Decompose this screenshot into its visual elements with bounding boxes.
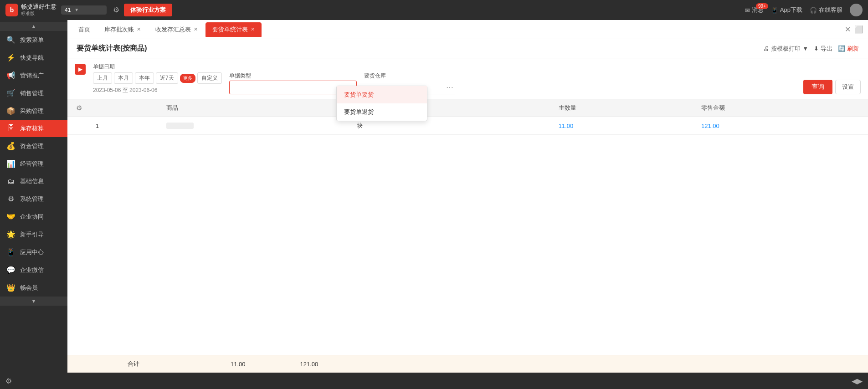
amount-link[interactable]: 121.00 — [701, 123, 719, 129]
sidebar-label-guide: 新手引导 — [20, 230, 44, 239]
col-qty: 主数量 — [553, 99, 696, 117]
sidebar-item-guide[interactable]: 🌟 新手引导 — [0, 225, 67, 243]
maximize-window-icon[interactable]: ⬜ — [854, 25, 863, 34]
store-name: 41 — [65, 7, 71, 13]
setup-btn[interactable]: 设置 — [835, 80, 861, 94]
date-btn-custom[interactable]: 自定义 — [197, 72, 222, 84]
sidebar-item-wechat[interactable]: 💬 企业微信 — [0, 261, 67, 279]
sidebar-item-operations[interactable]: 📊 经营管理 — [0, 155, 67, 173]
date-range-display: 2023-05-06 至 2023-06-06 — [93, 87, 222, 94]
sidebar-label-marketing: 营销推广 — [20, 72, 44, 80]
table-header-row: ⚙ 商品 主计量单位 主数量 零售金额 — [67, 99, 868, 117]
sidebar-item-enterprise[interactable]: 🤝 企业协同 — [0, 208, 67, 225]
store-selector[interactable]: 41 ▼ — [61, 5, 107, 15]
sidebar-item-system[interactable]: ⚙ 系统管理 — [0, 190, 67, 208]
app-download-btn[interactable]: 📱 App下载 — [771, 6, 802, 14]
close-window-icon[interactable]: ✕ — [845, 25, 851, 34]
app-name: 畅捷通好生意 — [21, 3, 56, 11]
col-product: 商品 — [161, 99, 351, 117]
footer-amount: 121.00 — [300, 361, 318, 368]
warehouse-filter-label: 要货仓库 — [364, 72, 455, 80]
online-service-btn[interactable]: 🎧 在线客服 — [810, 6, 842, 14]
type-dropdown: 要货单要货 要货单退货 — [336, 86, 427, 121]
date-btn-this-month[interactable]: 本月 — [114, 72, 133, 84]
bottom-collapse-icon[interactable]: ◀▶ — [852, 377, 863, 385]
search-icon: 🔍 — [6, 36, 15, 44]
header-settings-icon[interactable]: ⚙ — [113, 5, 119, 14]
refresh-btn[interactable]: 🔄 刷新 — [838, 45, 859, 53]
col-amount: 零售金额 — [696, 99, 868, 117]
dropdown-item-return[interactable]: 要货单退货 — [337, 103, 427, 121]
tab-home[interactable]: 首页 — [72, 22, 97, 37]
sidebar-label-app-center: 应用中心 — [20, 248, 44, 256]
query-btn[interactable]: 查询 — [803, 80, 832, 94]
tab-order-summary-label: 要货单统计表 — [212, 26, 248, 34]
sidebar-scroll-down[interactable]: ▼ — [0, 297, 67, 306]
sidebar-item-marketing[interactable]: 📢 营销推广 — [0, 67, 67, 84]
date-filter-group: 单据日期 上月 本月 本年 近7天 更多 自定义 2023-05-06 至 20… — [93, 63, 222, 94]
tab-close-receive-summary[interactable]: ✕ — [194, 26, 198, 32]
sidebar-item-search[interactable]: 🔍 搜索菜单 — [0, 31, 67, 49]
date-btn-this-year[interactable]: 本年 — [135, 72, 154, 84]
sidebar-label-basics: 基础信息 — [20, 177, 44, 185]
date-btn-more[interactable]: 更多 — [180, 74, 195, 83]
sidebar-label-finance: 资金管理 — [20, 142, 44, 150]
sidebar-item-basics[interactable]: 🗂 基础信息 — [0, 173, 67, 190]
sidebar-label-enterprise: 企业协同 — [20, 213, 44, 221]
export-btn[interactable]: ⬇ 导出 — [814, 45, 832, 53]
tab-receive-summary[interactable]: 收发存汇总表 ✕ — [149, 22, 205, 37]
basics-icon: 🗂 — [6, 177, 15, 185]
page-title: 要货单统计表(按商品) — [77, 44, 147, 53]
app-center-icon: 📱 — [6, 248, 15, 256]
tab-inventory-batch-label: 库存批次账 — [104, 26, 134, 34]
tab-order-summary[interactable]: 要货单统计表 ✕ — [205, 22, 262, 37]
sidebar-label-quick-nav: 快捷导航 — [20, 54, 44, 62]
product-name-blurred — [166, 123, 194, 129]
tab-inventory-batch[interactable]: 库存批次账 ✕ — [98, 22, 148, 37]
quick-nav-icon: ⚡ — [6, 53, 15, 62]
filter-expand-btn[interactable]: ▶ — [75, 64, 86, 75]
table-footer: 合计 11.00 121.00 — [67, 355, 868, 373]
sidebar-label-system: 系统管理 — [20, 195, 44, 203]
finance-icon: 💰 — [6, 142, 15, 150]
warehouse-more-icon[interactable]: ⋯ — [446, 83, 453, 92]
app-download-icon: 📱 — [771, 7, 778, 14]
purchase-icon: 📦 — [6, 107, 15, 115]
print-chevron-icon: ▼ — [802, 45, 808, 52]
dropdown-item-order[interactable]: 要货单要货 — [337, 86, 427, 103]
date-btn-last-month[interactable]: 上月 — [93, 72, 112, 84]
sidebar-item-members[interactable]: 👑 畅会员 — [0, 279, 67, 297]
app-download-label: App下载 — [780, 6, 802, 14]
print-btn[interactable]: 🖨 按模板打印 ▼ — [763, 45, 808, 53]
table-area: ⚙ 商品 主计量单位 主数量 零售金额 1 — [67, 99, 868, 355]
messages-btn[interactable]: ✉ 消息 99+ — [745, 6, 764, 14]
wechat-icon: 💬 — [6, 266, 15, 274]
sidebar-item-quick-nav[interactable]: ⚡ 快捷导航 — [0, 49, 67, 67]
operations-icon: 📊 — [6, 159, 15, 168]
tab-window-controls: ✕ ⬜ — [845, 25, 863, 34]
date-btn-last-7days[interactable]: 近7天 — [156, 72, 178, 84]
messages-badge: 99+ — [756, 3, 768, 9]
qty-link[interactable]: 11.00 — [559, 123, 574, 129]
sidebar-item-inventory[interactable]: 🗄 库存核算 — [0, 120, 67, 137]
sidebar-item-purchase[interactable]: 📦 采购管理 — [0, 102, 67, 120]
sidebar-item-app-center[interactable]: 📱 应用中心 — [0, 243, 67, 261]
sidebar-label-members: 畅会员 — [20, 284, 38, 292]
tab-close-order-summary[interactable]: ✕ — [251, 26, 255, 32]
tab-close-inventory-batch[interactable]: ✕ — [137, 26, 141, 32]
sidebar-item-finance[interactable]: 💰 资金管理 — [0, 137, 67, 155]
sidebar-scroll-up[interactable]: ▲ — [0, 22, 67, 31]
table-settings-icon[interactable]: ⚙ — [76, 104, 82, 112]
filter-bar: ▶ 单据日期 上月 本月 本年 近7天 更多 自定义 2023-05- — [67, 58, 868, 99]
industry-btn[interactable]: 体验行业方案 — [124, 4, 172, 16]
sidebar-label-inventory: 库存核算 — [20, 124, 44, 133]
export-btn-label: 导出 — [821, 45, 832, 53]
col-index — [90, 99, 161, 117]
sidebar-label-search: 搜索菜单 — [20, 36, 44, 44]
bottom-settings-icon[interactable]: ⚙ — [5, 377, 12, 385]
type-select-input[interactable] — [233, 84, 348, 91]
user-avatar[interactable] — [850, 4, 863, 16]
sidebar-item-sales[interactable]: 🛒 销售管理 — [0, 84, 67, 102]
export-icon: ⬇ — [814, 45, 819, 52]
type-dropdown-list: 要货单要货 要货单退货 — [336, 86, 427, 121]
